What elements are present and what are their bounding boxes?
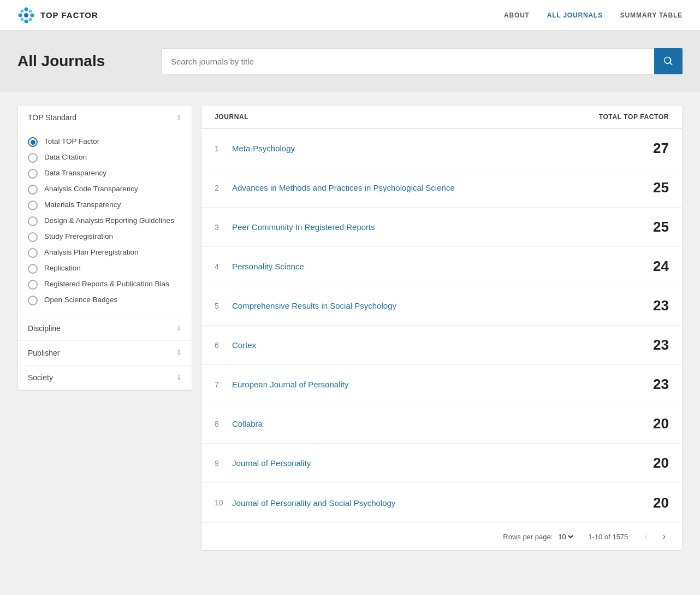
table-row: 1Meta-Psychology27 xyxy=(201,129,682,168)
next-page-button[interactable]: › xyxy=(660,529,669,544)
society-header[interactable]: Society ⇩ xyxy=(18,366,192,390)
svg-point-1 xyxy=(25,7,28,11)
journal-title-6[interactable]: European Journal of Personality xyxy=(232,372,636,397)
radio-item-7[interactable]: Analysis Plan Preregistration xyxy=(28,245,182,261)
radio-item-1[interactable]: Data Citation xyxy=(28,150,182,166)
journal-title-3[interactable]: Personality Science xyxy=(232,254,636,279)
table-row: 10Journal of Personality and Social Psyc… xyxy=(201,483,682,522)
radio-circle-9 xyxy=(28,280,38,290)
rows-per-page-label: Rows per page: xyxy=(503,533,553,541)
pagination-row: Rows per page: 10 25 50 1-10 of 1575 ‹ › xyxy=(201,522,682,550)
table-row: 5Comprehensive Results in Social Psychol… xyxy=(201,286,682,326)
sidebar-society-section: Society ⇩ xyxy=(18,366,192,390)
table-row: 7European Journal of Personality23 xyxy=(201,365,682,404)
discipline-header[interactable]: Discipline ⇩ xyxy=(18,316,192,340)
radio-label-10: Open Science Badges xyxy=(44,295,117,305)
radio-item-2[interactable]: Data Transparency xyxy=(28,166,182,181)
radio-label-3: Analysis Code Transparency xyxy=(44,184,138,194)
row-rank-6: 7 xyxy=(215,380,232,389)
radio-label-1: Data Citation xyxy=(44,152,87,162)
prev-page-button[interactable]: ‹ xyxy=(641,529,650,544)
radio-label-2: Data Transparency xyxy=(44,168,106,178)
page-title: All Journals xyxy=(17,52,149,70)
table-row: 4Personality Science24 xyxy=(201,247,682,286)
table-row: 2Advances in Methods and Practices in Ps… xyxy=(201,168,682,208)
journal-title-0[interactable]: Meta-Psychology xyxy=(232,136,636,161)
table-row: 6Cortex23 xyxy=(201,326,682,365)
journal-title-5[interactable]: Cortex xyxy=(232,333,636,357)
radio-item-9[interactable]: Registered Reports & Publication Bias xyxy=(28,276,182,292)
journal-title-1[interactable]: Advances in Methods and Practices in Psy… xyxy=(232,175,636,200)
search-button[interactable] xyxy=(654,48,683,74)
journal-title-9[interactable]: Journal of Personality and Social Psycho… xyxy=(232,491,636,515)
table-row: 9Journal of Personality20 xyxy=(201,444,682,483)
table-header: JOURNAL TOTAL TOP FACTOR xyxy=(201,105,682,129)
journal-score-5: 23 xyxy=(636,337,669,354)
journal-rows: 1Meta-Psychology272Advances in Methods a… xyxy=(201,129,682,522)
publisher-label: Publisher xyxy=(28,349,60,357)
row-rank-9: 10 xyxy=(215,498,232,507)
journal-score-3: 24 xyxy=(636,258,669,275)
radio-circle-10 xyxy=(28,296,38,305)
rows-per-page-select[interactable]: 10 25 50 xyxy=(556,532,575,541)
top-standard-label: TOP Standard xyxy=(28,113,76,122)
page-info: 1-10 of 1575 xyxy=(588,533,628,541)
radio-item-10[interactable]: Open Science Badges xyxy=(28,292,182,308)
svg-point-2 xyxy=(25,19,28,23)
radio-circle-8 xyxy=(28,264,38,274)
journal-score-8: 20 xyxy=(636,455,669,472)
discipline-label: Discipline xyxy=(28,324,61,333)
sidebar-discipline-section: Discipline ⇩ xyxy=(18,316,192,341)
publisher-header[interactable]: Publisher ⇩ xyxy=(18,341,192,365)
radio-item-8[interactable]: Replication xyxy=(28,261,182,276)
radio-circle-5 xyxy=(28,216,38,226)
radio-item-5[interactable]: Design & Analysis Reporting Guidelines xyxy=(28,213,182,229)
society-chevron: ⇩ xyxy=(176,374,182,381)
journal-score-0: 27 xyxy=(636,140,669,157)
radio-label-8: Replication xyxy=(44,263,81,273)
journal-score-7: 20 xyxy=(636,415,669,432)
table-row: 3Peer Community In Registered Reports25 xyxy=(201,208,682,247)
main-content: TOP Standard ⇧ Total TOP FactorData Cita… xyxy=(0,92,700,564)
journal-score-1: 25 xyxy=(636,179,669,196)
rows-per-page: Rows per page: 10 25 50 xyxy=(503,532,575,541)
radio-item-3[interactable]: Analysis Code Transparency xyxy=(28,181,182,197)
radio-circle-1 xyxy=(28,153,38,163)
nav-all-journals[interactable]: ALL JOURNALS xyxy=(547,11,603,19)
radio-circle-7 xyxy=(28,248,38,258)
nav-summary-table[interactable]: SUMMARY TABLE xyxy=(620,11,683,19)
sidebar-top-standard-section: TOP Standard ⇧ Total TOP FactorData Cita… xyxy=(18,105,192,316)
search-input[interactable] xyxy=(162,48,654,74)
radio-circle-6 xyxy=(28,232,38,242)
logo: TOP FACTOR xyxy=(17,7,98,24)
radio-item-4[interactable]: Materials Transparency xyxy=(28,197,182,213)
radio-item-6[interactable]: Study Preregistration xyxy=(28,229,182,245)
publisher-chevron: ⇩ xyxy=(176,349,182,357)
nav-about[interactable]: ABOUT xyxy=(504,11,530,19)
sidebar: TOP Standard ⇧ Total TOP FactorData Cita… xyxy=(17,105,192,391)
row-rank-2: 3 xyxy=(215,223,232,232)
journal-title-2[interactable]: Peer Community In Registered Reports xyxy=(232,215,636,239)
row-rank-4: 5 xyxy=(215,302,232,310)
radio-label-6: Study Preregistration xyxy=(44,232,113,241)
radio-item-0[interactable]: Total TOP Factor xyxy=(28,134,182,150)
journal-title-7[interactable]: Collabra xyxy=(232,411,636,436)
row-rank-3: 4 xyxy=(215,262,232,271)
col-journal-header: JOURNAL xyxy=(215,113,248,121)
svg-point-5 xyxy=(21,9,24,13)
svg-point-3 xyxy=(19,13,22,17)
radio-label-0: Total TOP Factor xyxy=(44,137,99,146)
top-standard-header[interactable]: TOP Standard ⇧ xyxy=(18,105,192,129)
radio-circle-0 xyxy=(28,137,38,147)
header: TOP FACTOR ABOUT ALL JOURNALS SUMMARY TA… xyxy=(0,0,700,31)
svg-point-6 xyxy=(29,9,32,13)
journal-score-4: 23 xyxy=(636,297,669,314)
radio-label-7: Analysis Plan Preregistration xyxy=(44,248,139,257)
journal-title-8[interactable]: Journal of Personality xyxy=(232,451,636,475)
svg-point-0 xyxy=(24,13,28,17)
svg-point-8 xyxy=(29,17,32,21)
search-icon xyxy=(663,56,674,67)
radio-label-4: Materials Transparency xyxy=(44,200,121,210)
journal-title-4[interactable]: Comprehensive Results in Social Psycholo… xyxy=(232,293,636,318)
header-nav: ABOUT ALL JOURNALS SUMMARY TABLE xyxy=(504,11,683,19)
